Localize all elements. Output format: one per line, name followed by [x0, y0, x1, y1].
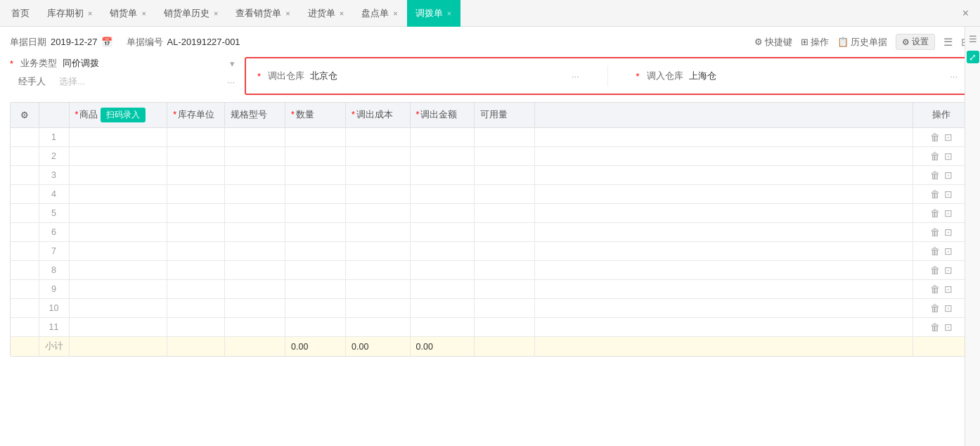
row-available-4[interactable] [474, 185, 534, 204]
row-spec-6[interactable] [224, 223, 285, 242]
close-tab-inventory-init[interactable]: × [88, 9, 92, 18]
row-qty-4[interactable] [285, 185, 346, 204]
row-spec-7[interactable] [224, 242, 285, 261]
row-amount-10[interactable] [410, 299, 474, 318]
row-available-2[interactable] [474, 147, 534, 166]
handler-more-btn[interactable]: ··· [227, 77, 235, 87]
row-qty-1[interactable] [285, 128, 346, 147]
row-amount-9[interactable] [410, 280, 474, 299]
row-available-8[interactable] [474, 261, 534, 280]
scan-button[interactable]: 扫码录入 [101, 108, 146, 122]
row-unit-4[interactable] [167, 185, 225, 204]
row-spec-11[interactable] [224, 318, 285, 337]
row-unit-1[interactable] [167, 128, 225, 147]
copy-icon-8[interactable]: ⊡ [944, 265, 953, 276]
row-cost-3[interactable] [346, 166, 410, 185]
row-product-4[interactable] [69, 185, 167, 204]
delete-icon-10[interactable]: 🗑 [930, 302, 940, 314]
close-tab-sales-history[interactable]: × [214, 9, 218, 18]
row-qty-2[interactable] [285, 147, 346, 166]
delete-icon-2[interactable]: 🗑 [930, 151, 940, 162]
tab-sales-history[interactable]: 销货单历史 × [155, 0, 227, 27]
out-warehouse-more-btn[interactable]: ··· [572, 71, 579, 82]
row-product-9[interactable] [69, 280, 167, 299]
delete-icon-7[interactable]: 🗑 [930, 246, 940, 257]
out-warehouse-value[interactable]: 北京仓 [310, 70, 566, 82]
row-product-10[interactable] [69, 299, 167, 318]
row-qty-9[interactable] [285, 280, 346, 299]
row-unit-3[interactable] [167, 166, 225, 185]
table-header-gear[interactable]: ⚙ [11, 103, 39, 128]
row-amount-7[interactable] [410, 242, 474, 261]
row-amount-6[interactable] [410, 223, 474, 242]
tab-home[interactable]: 首页 [3, 0, 39, 27]
row-cost-1[interactable] [346, 128, 410, 147]
row-product-8[interactable] [69, 261, 167, 280]
copy-icon-6[interactable]: ⊡ [944, 227, 953, 238]
copy-icon-3[interactable]: ⊡ [944, 170, 953, 181]
sidebar-list-icon[interactable]: ☰ [967, 32, 979, 45]
copy-icon-7[interactable]: ⊡ [944, 246, 953, 257]
row-product-7[interactable] [69, 242, 167, 261]
row-spec-1[interactable] [224, 128, 285, 147]
business-type-dropdown[interactable]: ▾ [230, 58, 235, 69]
row-qty-5[interactable] [285, 204, 346, 223]
row-amount-8[interactable] [410, 261, 474, 280]
tab-view-sales[interactable]: 查看销货单 × [227, 0, 299, 27]
tab-stocktake[interactable]: 盘点单 × [353, 0, 406, 27]
delete-icon-8[interactable]: 🗑 [930, 265, 940, 276]
row-product-3[interactable] [69, 166, 167, 185]
row-unit-2[interactable] [167, 147, 225, 166]
delete-icon-11[interactable]: 🗑 [930, 321, 940, 333]
row-unit-9[interactable] [167, 280, 225, 299]
row-amount-11[interactable] [410, 318, 474, 337]
row-qty-11[interactable] [285, 318, 346, 337]
row-spec-9[interactable] [224, 280, 285, 299]
row-spec-10[interactable] [224, 299, 285, 318]
handler-input[interactable]: 选择... [59, 75, 221, 88]
close-tab-stocktake[interactable]: × [393, 9, 397, 18]
row-spec-2[interactable] [224, 147, 285, 166]
copy-icon-5[interactable]: ⊡ [944, 208, 953, 219]
tab-transfer[interactable]: 调拨单 × [407, 0, 460, 27]
sidebar-expand-icon[interactable]: ⤢ [967, 51, 979, 63]
row-available-10[interactable] [474, 299, 534, 318]
close-tab-transfer[interactable]: × [447, 9, 451, 18]
copy-icon-11[interactable]: ⊡ [944, 321, 953, 333]
row-qty-3[interactable] [285, 166, 346, 185]
row-qty-8[interactable] [285, 261, 346, 280]
row-qty-7[interactable] [285, 242, 346, 261]
row-amount-1[interactable] [410, 128, 474, 147]
row-cost-5[interactable] [346, 204, 410, 223]
row-product-5[interactable] [69, 204, 167, 223]
row-available-3[interactable] [474, 166, 534, 185]
close-tab-purchase[interactable]: × [340, 9, 344, 18]
row-spec-8[interactable] [224, 261, 285, 280]
close-all-tabs[interactable]: × [954, 7, 977, 20]
gear-icon[interactable]: ⚙ [20, 110, 29, 120]
row-amount-5[interactable] [410, 204, 474, 223]
close-tab-view-sales[interactable]: × [285, 9, 290, 18]
settings-button[interactable]: ⚙ 设置 [896, 34, 935, 50]
row-product-2[interactable] [69, 147, 167, 166]
row-unit-7[interactable] [167, 242, 225, 261]
copy-icon-2[interactable]: ⊡ [944, 151, 953, 162]
row-unit-6[interactable] [167, 223, 225, 242]
row-unit-10[interactable] [167, 299, 225, 318]
row-spec-4[interactable] [224, 185, 285, 204]
row-spec-5[interactable] [224, 204, 285, 223]
row-unit-11[interactable] [167, 318, 225, 337]
row-cost-11[interactable] [346, 318, 410, 337]
row-available-11[interactable] [474, 318, 534, 337]
row-cost-10[interactable] [346, 299, 410, 318]
row-available-9[interactable] [474, 280, 534, 299]
row-cost-8[interactable] [346, 261, 410, 280]
row-cost-4[interactable] [346, 185, 410, 204]
row-amount-2[interactable] [410, 147, 474, 166]
list-view-icon[interactable]: ☰ [943, 36, 953, 49]
copy-icon-9[interactable]: ⊡ [944, 283, 953, 295]
row-amount-3[interactable] [410, 166, 474, 185]
row-product-1[interactable] [69, 128, 167, 147]
row-cost-6[interactable] [346, 223, 410, 242]
shortcut-action[interactable]: ⚙ 快捷键 [754, 36, 792, 49]
